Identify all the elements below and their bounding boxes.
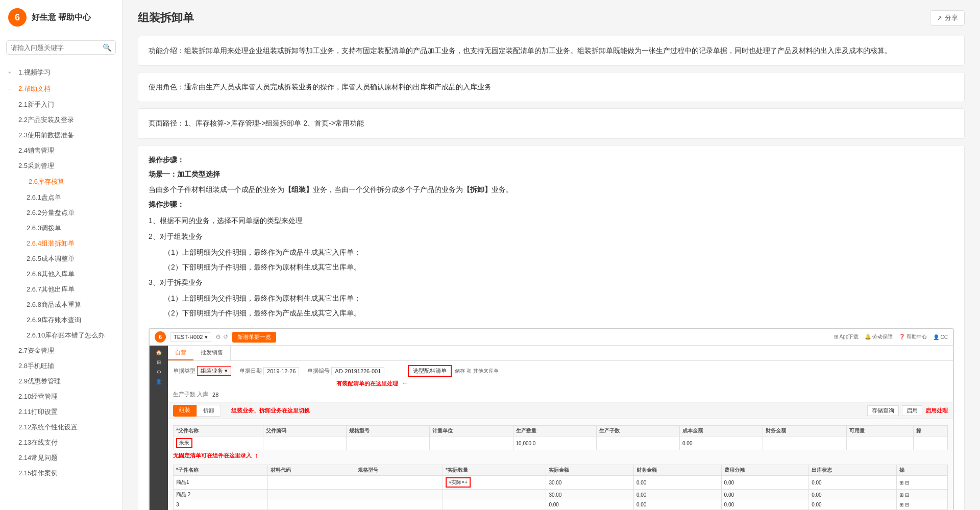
sidebar-item-1-label: 1.视频学习	[18, 68, 51, 77]
mock-enable-btn[interactable]: 启用	[902, 405, 922, 416]
step-1: 1、根据不同的业务，选择不同单据的类型来处理	[149, 214, 954, 227]
lower-r1-amount: 30.00	[546, 476, 634, 490]
sidebar-item-2-14[interactable]: 2.14常见问题	[0, 450, 122, 466]
sidebar-item-2-4[interactable]: 2.4销售管理	[0, 143, 122, 158]
sidebar-item-2-1[interactable]: 2.1新手入门	[0, 97, 122, 112]
mock-tab-assemble[interactable]: 组装	[173, 405, 197, 417]
lower-row-3: 3 0.00 0.00 0.00 0.00 ⊞ ⊟	[174, 500, 948, 509]
search-icon[interactable]: 🔍	[103, 43, 111, 52]
mock-type-value[interactable]: 组装业务 ▾	[197, 366, 231, 376]
lower-r1-fee: 0.00	[721, 476, 809, 490]
share-button[interactable]: ↗ 分享	[930, 10, 965, 26]
sidebar-item-2-10[interactable]: 2.10经营管理	[0, 389, 122, 404]
mock-sidebar-settings[interactable]: ⚙	[157, 369, 161, 375]
screenshot-container: 6 TEST-H002 ▾ ⚙ ↺ 新增单据一览 ⊞ App下载 🔔 劳动保障 …	[149, 328, 954, 510]
page-title: 组装拆卸单	[138, 10, 194, 26]
upper-cell-qty: 10,000.0	[513, 436, 596, 450]
sidebar-item-2-6-5[interactable]: 2.6.5成本调整单	[0, 251, 122, 266]
mock-config-btn[interactable]: 选型配料清单	[408, 365, 452, 377]
sidebar-item-2-7[interactable]: 2.7资金管理	[0, 343, 122, 358]
lower-row-1: 商品1 √实际×+ 30.00 0.00 0.00 0.00 ⊞ ⊟	[174, 476, 948, 490]
sidebar-item-1[interactable]: + 1.视频学习	[0, 64, 122, 81]
sidebar-item-2-2[interactable]: 2.2产品安装及登录	[0, 112, 122, 128]
sidebar-item-2-6-8[interactable]: 2.6.8商品成本重算	[0, 297, 122, 312]
sidebar-item-2[interactable]: − 2.帮助文档	[0, 81, 122, 97]
mock-tab-ziy[interactable]: 自营	[168, 346, 193, 360]
main-content: 组装拆卸单 ↗ 分享 功能介绍：组装拆卸单用来处理企业组装或拆卸等加工业务，支持…	[122, 0, 980, 510]
sidebar: 6 好生意 帮助中心 🔍 + 1.视频学习 − 2.帮助文档 2.1新手入门 2…	[0, 0, 122, 510]
lower-r2-ops: ⊞ ⊟	[896, 490, 947, 500]
lower-r2-code	[267, 490, 355, 500]
search-area: 🔍	[0, 35, 122, 60]
annotation-1-arrow: ←	[402, 379, 409, 387]
sidebar-item-2-15[interactable]: 2.15操作案例	[0, 466, 122, 481]
sidebar-item-2-11[interactable]: 2.11打印设置	[0, 404, 122, 420]
mock-count-label: 生产子数 入库	[173, 391, 208, 398]
sidebar-item-2-5[interactable]: 2.5采购管理	[0, 158, 122, 174]
lower-r2-amount: 30.00	[546, 490, 634, 500]
sidebar-item-2-6-4[interactable]: 2.6.4组装拆卸单	[0, 236, 122, 251]
upper-row-1: 米米 10,000.0 0.00	[174, 436, 948, 450]
mock-sidebar-home[interactable]: 🏠	[156, 350, 162, 355]
mock-enable-search[interactable]: 存储查询	[867, 405, 899, 416]
mock-docno-value[interactable]: AD-20191226-001	[331, 367, 384, 375]
sidebar-item-2-9[interactable]: 2.9优惠券管理	[0, 374, 122, 389]
mock-user-icon: 👤 CC	[933, 334, 948, 340]
lower-r3-fee: 0.00	[721, 500, 809, 509]
path-card: 页面路径：1、库存核算->库存管理->组装拆卸单 2、首页->常用功能	[138, 108, 965, 138]
sidebar-item-2-12[interactable]: 2.12系统个性化设置	[0, 420, 122, 435]
mock-dropdown-icon: ▾	[205, 334, 208, 341]
step-3: 3、对于拆卖业务	[149, 276, 954, 289]
lower-r1-code	[267, 476, 355, 490]
scenario1-title: 场景一：加工类型选择	[149, 170, 954, 179]
annotation-4: 无固定清单可在组件在这里录入	[173, 452, 252, 459]
upper-cell-fin	[763, 436, 846, 450]
role-card: 使用角色：通常由生产人员或库管人员完成拆装业务的操作，库管人员确认原材料的出库和…	[138, 72, 965, 102]
mock-sidebar-grid[interactable]: ⊞	[157, 359, 161, 365]
logo-text: 好生意 帮助中心	[32, 12, 91, 23]
sidebar-item-2-13[interactable]: 2.13在线支付	[0, 435, 122, 450]
sidebar-item-2-6-2[interactable]: 2.6.2分量盘点单	[0, 205, 122, 221]
logo-area: 6 好生意 帮助中心	[0, 0, 122, 35]
mock-sidebar-people[interactable]: 👤	[156, 379, 162, 384]
mock-count-value: 28	[212, 392, 218, 398]
sidebar-item-2-6[interactable]: − 2.6库存核算	[0, 174, 122, 190]
lower-r2-qty	[443, 490, 546, 500]
lower-r2-name: 商品 2	[174, 490, 268, 500]
search-input[interactable]	[11, 44, 103, 52]
scenario1-desc: 当由多个子件材料组装成一个成品的业务为【组装】业务，当由一个父件拆分成多个子产品…	[149, 183, 954, 196]
mock-date-label: 单据日期	[239, 367, 262, 375]
sidebar-item-2-3[interactable]: 2.3使用前数据准备	[0, 128, 122, 143]
sidebar-item-2-6-1[interactable]: 2.6.1盘点单	[0, 190, 122, 205]
upper-th-1: *父件名称	[174, 426, 263, 436]
step-3-sub2: （2）下部明细为子件明细，最终作为产成品生成其它入库单。	[149, 307, 954, 320]
sidebar-item-2-6-3[interactable]: 2.6.3调拨单	[0, 221, 122, 236]
lower-r2-fin: 0.00	[633, 490, 721, 500]
upper-th-6: 生产子数	[596, 426, 679, 436]
sidebar-item-2-8[interactable]: 2.8手机旺辅	[0, 358, 122, 374]
mock-tab-disassemble[interactable]: 拆卸	[197, 405, 221, 417]
sidebar-item-2-6-9[interactable]: 2.6.9库存账本查询	[0, 312, 122, 328]
upper-cell-name: 米米	[174, 436, 263, 450]
lower-r2-fee: 0.00	[721, 490, 809, 500]
search-box[interactable]: 🔍	[6, 40, 116, 55]
mock-tab-pfxs[interactable]: 批发销售	[193, 346, 231, 360]
mock-type-label: 单据类型	[173, 367, 195, 375]
lower-th-1: *子件名称	[174, 465, 268, 476]
mock-new-btn[interactable]: 新增单据一览	[232, 332, 276, 343]
ops-steps-label: 操作步骤：	[149, 200, 954, 209]
lower-r1-name: 商品1	[174, 476, 268, 490]
sidebar-item-2-6-10[interactable]: 2.6.10库存账本错了怎么办	[0, 328, 122, 343]
sidebar-item-2-6-6[interactable]: 2.6.6其他入库单	[0, 266, 122, 282]
sidebar-item-2-6-7[interactable]: 2.6.7其他出库单	[0, 282, 122, 297]
step-3-sub1: （1）上部明细为父件明细，最终作为原材料生成其它出库单；	[149, 292, 954, 305]
mock-date-value[interactable]: 2019-12-26	[263, 367, 299, 375]
lower-r3-name: 3	[174, 500, 268, 509]
expand-icon-2-6: −	[18, 179, 26, 185]
lower-r3-fin: 0.00	[633, 500, 721, 509]
annotation-2: 组装业务、拆卸业务在这里切换	[231, 407, 310, 415]
expand-icon-1: +	[8, 69, 15, 76]
lower-r3-amount: 0.00	[546, 500, 634, 509]
upper-th-7: 成本金额	[680, 426, 763, 436]
upper-cell-avail	[846, 436, 913, 450]
